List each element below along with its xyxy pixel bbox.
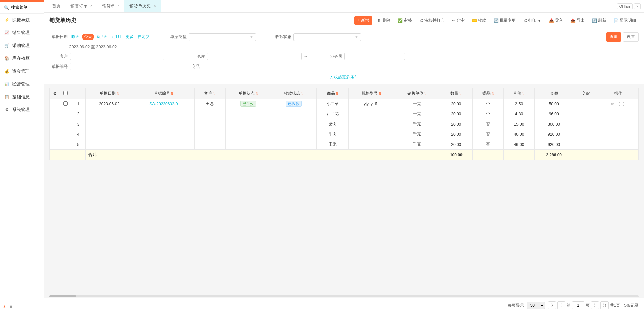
cell-customer [194,129,225,139]
import-button[interactable]: 📥 导入 [546,16,566,25]
cell-actions[interactable] [598,109,639,119]
cell-actions[interactable] [598,129,639,139]
doc-type-select[interactable] [189,33,256,41]
sidebar-item-quick-nav[interactable]: ⚡ 快捷导航 [0,14,44,26]
query-button[interactable]: 查询 [606,32,621,42]
staff-dots[interactable]: ··· [407,54,411,59]
tab-close-sales-order[interactable]: × [90,4,92,8]
tab-sales-order[interactable]: 销售订单 × [65,0,97,12]
col-collect-status[interactable]: 收款状态⇅ [271,88,316,99]
cell-doc-no[interactable] [133,109,194,119]
col-customer[interactable]: 客户⇅ [194,88,225,99]
batch-change-button[interactable]: 🔄 批量变更 [491,16,519,25]
sidebar-item-sales-mgmt[interactable]: 📈 销售管理 [0,26,44,39]
select-all-checkbox[interactable] [63,91,68,95]
col-settings[interactable]: ⚙ [50,88,60,99]
abandon-button[interactable]: ↩ 弃审 [449,16,467,25]
page-number-input[interactable] [572,301,584,309]
cell-doc-no[interactable] [133,129,194,139]
page-next-button[interactable]: ⟩ [591,301,599,309]
tabbar-settings-button[interactable]: × [634,3,641,9]
date-shortcut-today[interactable]: 今天 [82,34,94,40]
tab-close-sales-history[interactable]: × [154,4,156,8]
col-check[interactable] [60,88,71,99]
sidebar-item-operations[interactable]: 📊 经营管理 [0,78,44,90]
page-prev-button[interactable]: ⟨ [557,301,565,309]
staff-input[interactable] [344,53,405,60]
col-qty[interactable]: 数量⇅ [440,88,473,99]
col-gift[interactable]: 赠品⇅ [473,88,504,99]
cell-actions[interactable] [598,119,639,129]
cell-check[interactable] [60,109,71,119]
col-unit[interactable]: 销售单位⇅ [394,88,440,99]
delete-button[interactable]: 🗑 删除 [374,16,393,25]
more-action-button[interactable]: ⋮⋮ [616,102,626,106]
doc-no-link[interactable]: SA-20230602-0 [149,102,178,106]
date-shortcut-1month[interactable]: 近1月 [110,34,123,40]
tab-home[interactable]: 首页 [47,0,65,12]
goods-input[interactable] [202,63,296,70]
col-price[interactable]: 单价⇅ [503,88,534,99]
print-button[interactable]: 🖨 打印 ▼ [521,16,544,25]
warehouse-input[interactable] [207,53,302,60]
tab-sales-history[interactable]: 销货单历史 × [124,0,161,12]
scrollbar-thumb[interactable] [49,295,76,297]
col-goods[interactable]: 商品⇅ [316,88,348,99]
col-spec[interactable]: 规格型号⇅ [349,88,394,99]
date-shortcut-7days[interactable]: 近7天 [95,34,109,40]
horizontal-scrollbar[interactable] [44,294,644,298]
date-shortcut-yesterday[interactable]: 昨天 [70,34,81,40]
collapse-button[interactable]: ∧ 收起更多条件 [330,74,358,80]
filter-goods: 商品 ··· [181,63,302,70]
page-last-button[interactable]: ⟩⟩ [600,301,609,309]
cell-actions[interactable] [598,139,639,150]
display-detail-button[interactable]: 📄 显示明细 [611,16,639,25]
sidebar-item-finance[interactable]: 💰 资金管理 [0,65,44,78]
sidebar-item-basic-info[interactable]: 📋 基础信息 [0,90,44,103]
cell-check[interactable] [60,99,71,109]
col-doc-status[interactable]: 单据状态⇅ [225,88,271,99]
col-amount[interactable]: 金额 [534,88,573,99]
page-total: 共1页，5条记录 [610,303,639,308]
collect-status-select[interactable] [293,33,361,41]
page-first-button[interactable]: ⟨⟨ [548,301,556,309]
sidebar-search[interactable]: 🔍 搜索菜单 [0,2,44,14]
customer-input[interactable] [70,53,164,60]
sidebar-bottom-icon1[interactable]: ☀ [3,305,6,309]
date-shortcut-more[interactable]: 更多 [124,34,135,40]
audit-print-button[interactable]: 🖨 审核并打印 [417,16,447,25]
display-detail-label: 显示明细 [620,18,636,23]
tab-sales-goods[interactable]: 销货单 × [97,0,124,12]
cell-doc-no[interactable] [133,119,194,129]
sidebar-item-inventory[interactable]: 🏠 库存核算 [0,52,44,65]
cell-doc-status [225,109,271,119]
sidebar-item-system[interactable]: ⚙ 系统管理 [0,103,44,116]
cell-check[interactable] [60,129,71,139]
collect-button[interactable]: 💳 收款 [469,16,489,25]
cell-doc-no[interactable]: SA-20230602-0 [133,99,194,109]
per-page-select[interactable]: 50 100 200 [527,302,545,309]
settings-filter-button[interactable]: 设置 [623,32,639,42]
cell-actions[interactable]: ✏ ⋮⋮ [598,99,639,109]
goods-dots[interactable]: ··· [298,64,302,69]
new-button[interactable]: + 新增 [354,16,372,25]
warehouse-dots[interactable]: ··· [304,54,307,59]
cell-check[interactable] [60,119,71,129]
edit-action-button[interactable]: ✏ [610,102,615,106]
customer-dots[interactable]: ··· [166,54,170,59]
cell-check[interactable] [60,139,71,150]
sidebar-bottom-icon2[interactable]: ⏸ [9,305,13,309]
refresh-button[interactable]: 🔃 刷新 [589,16,609,25]
col-doc-no[interactable]: 单据编号⇅ [133,88,194,99]
close-all-tabs-button[interactable]: OfTEn [617,3,633,9]
doc-no-input[interactable] [70,63,164,70]
row-checkbox[interactable] [63,101,68,106]
export-button[interactable]: 📤 导出 [568,16,587,25]
date-shortcut-custom[interactable]: 自定义 [136,34,151,40]
audit-button[interactable]: ✅ 审核 [395,16,415,25]
col-doc-date[interactable]: 单据日期⇅ [85,88,133,99]
sidebar-item-purchase-mgmt[interactable]: 🛒 采购管理 [0,39,44,52]
tab-close-sales-goods[interactable]: × [118,4,120,8]
cell-doc-status [225,119,271,129]
cell-doc-no[interactable] [133,139,194,150]
